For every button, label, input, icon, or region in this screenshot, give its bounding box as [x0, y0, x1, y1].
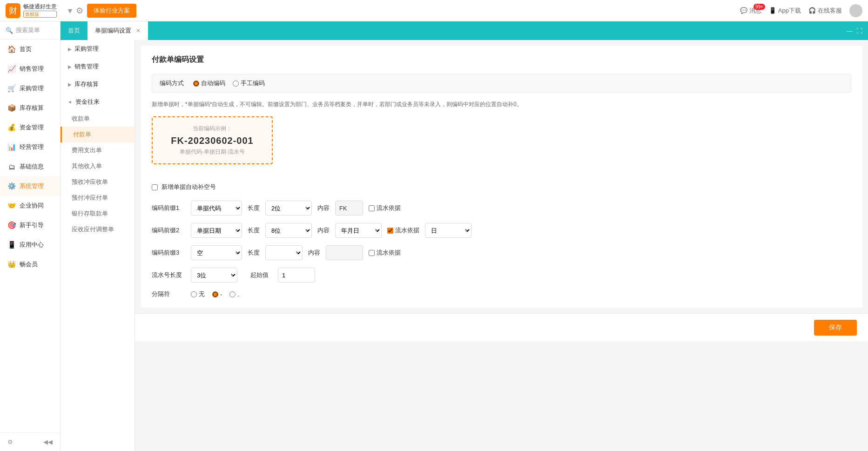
- topbar-nav: ▾ ⚙: [68, 6, 83, 16]
- operation-icon: 📊: [7, 143, 16, 151]
- nav-dropdown[interactable]: ▾: [68, 6, 72, 16]
- separator-options: 无 - .: [191, 290, 239, 298]
- submenu-advance-receipt[interactable]: 预收冲应收单: [61, 174, 135, 190]
- sidebar-item-operation[interactable]: 📊 经营管理: [0, 137, 60, 157]
- serial-length-select[interactable]: 3位 4位 5位: [191, 268, 237, 283]
- app-layout: 🔍 搜索菜单 🏠 首页 📈 销售管理 🛒 采购管理 📦 库存核算 💰: [0, 0, 868, 451]
- manual-code-radio[interactable]: [233, 81, 239, 87]
- manual-code-option[interactable]: 手工编码: [233, 79, 265, 88]
- content1-label: 内容: [317, 204, 330, 212]
- prefix2-label: 编码前缀2: [152, 226, 185, 235]
- sep-none-radio[interactable]: [191, 291, 197, 297]
- message-item[interactable]: 💬 消息 99+: [740, 7, 761, 15]
- logo-icon: 财: [6, 3, 20, 18]
- submenu-expense[interactable]: 费用支出单: [61, 142, 135, 158]
- page-panel: 付款单编码设置 编码方式 自动编码 手工编码: [141, 46, 862, 308]
- content1-value: FK: [335, 201, 363, 215]
- submenu-payment[interactable]: 付款单: [61, 127, 135, 142]
- encoding-method-options: 自动编码 手工编码: [193, 79, 265, 88]
- sidebar-item-basic[interactable]: 🗂 基础信息: [0, 157, 60, 176]
- sidebar-collapse-icon[interactable]: ◀◀: [43, 438, 53, 445]
- sidebar-item-inventory[interactable]: 📦 库存核算: [0, 98, 60, 118]
- prefix1-select[interactable]: 单据代码 单据日期 部门 业务员 空: [191, 201, 242, 215]
- sidebar-item-vip[interactable]: 👑 畅会员: [0, 255, 60, 274]
- system-icon: ⚙️: [7, 182, 16, 190]
- tab-encoding[interactable]: 单据编码设置 ✕: [87, 21, 148, 40]
- start-value-input[interactable]: [278, 268, 315, 283]
- capital-submenu: 收款单 付款单 费用支出单 其他收入单 预收冲应收单 预付冲应付单 银行存取款单…: [61, 111, 135, 237]
- message-icon: 💬: [740, 7, 747, 14]
- content3-label: 内容: [308, 249, 320, 257]
- auto-fill-checkbox[interactable]: [152, 184, 158, 190]
- code-preview-sub: 单据代码-单据日期-流水号: [164, 148, 261, 156]
- sidebar-item-guide[interactable]: 🎯 新手引导: [0, 215, 60, 235]
- sidebar-settings-icon[interactable]: ⚙: [7, 438, 13, 445]
- code-preview: 当前编码示例： FK-20230602-001 单据代码-单据日期-流水号: [152, 116, 273, 164]
- start-value-label: 起始值: [250, 271, 269, 279]
- submenu-bank-deposit[interactable]: 银行存取款单: [61, 206, 135, 222]
- prefix3-select[interactable]: 单据代码 单据日期 部门 业务员 空: [191, 245, 242, 260]
- sep-none-option[interactable]: 无: [191, 290, 205, 298]
- content2-select[interactable]: 年月日 年月 年: [335, 223, 382, 238]
- submenu-purchase[interactable]: ▶ 采购管理: [61, 40, 135, 58]
- sub-menu: ▶ 采购管理 ▶ 销售管理 ▶ 库存核算 ▼ 资金往来 收款单 付款单: [61, 40, 135, 451]
- content-area: 付款单编码设置 编码方式 自动编码 手工编码: [135, 40, 868, 451]
- search-icon: 🔍: [6, 27, 13, 34]
- save-button[interactable]: 保存: [814, 320, 857, 336]
- app-download-item[interactable]: 📱 App下载: [769, 7, 801, 15]
- prefix1-select-wrapper: 单据代码 单据日期 部门 业务员 空: [191, 201, 242, 215]
- code-preview-label: 当前编码示例：: [164, 125, 261, 133]
- sidebar-item-enterprise[interactable]: 🤝 企业协同: [0, 196, 60, 215]
- sep-dot-option[interactable]: .: [229, 291, 239, 298]
- finance-icon: 💰: [7, 123, 16, 132]
- auto-code-radio[interactable]: [193, 81, 199, 87]
- vip-icon: 👑: [7, 260, 16, 269]
- bottom-bar: 保存: [135, 313, 868, 341]
- tab-minimize-icon[interactable]: —: [847, 27, 853, 34]
- sep-dot-radio[interactable]: [229, 291, 236, 297]
- online-service-item[interactable]: 🎧 在线客服: [808, 7, 842, 15]
- prefix1-row: 编码前缀1 单据代码 单据日期 部门 业务员 空 长度: [152, 201, 851, 215]
- prefix2-select[interactable]: 单据代码 单据日期 部门 业务员 空: [191, 223, 242, 238]
- sep-dash-option[interactable]: -: [212, 291, 222, 298]
- length2-select[interactable]: 6位 8位 10位: [265, 223, 312, 238]
- service-icon: 🎧: [808, 7, 816, 14]
- sidebar-item-appstore[interactable]: 📱 应用中心: [0, 235, 60, 255]
- sales-icon: 📈: [7, 65, 16, 73]
- sep-dash-radio[interactable]: [212, 291, 218, 297]
- settings-icon[interactable]: ⚙: [76, 6, 83, 16]
- serial2-checkbox[interactable]: [387, 228, 393, 234]
- tab-maximize-icon[interactable]: ⛶: [856, 27, 862, 34]
- length1-select[interactable]: 2位 4位 6位: [265, 201, 312, 215]
- length3-select[interactable]: [265, 245, 303, 260]
- content2-label: 内容: [317, 226, 330, 235]
- sidebar-item-sales[interactable]: 📈 销售管理: [0, 59, 60, 79]
- serial-length-label: 流水号长度: [152, 271, 185, 279]
- sidebar-item-system[interactable]: ⚙️ 系统管理: [0, 176, 60, 196]
- sidebar-item-home[interactable]: 🏠 首页: [0, 40, 60, 59]
- submenu-inventory[interactable]: ▶ 库存核算: [61, 75, 135, 93]
- serial1-checkbox[interactable]: [369, 205, 375, 211]
- submenu-advance-payment[interactable]: 预付冲应付单: [61, 190, 135, 206]
- tab-close-icon[interactable]: ✕: [136, 27, 141, 34]
- sidebar-item-purchase[interactable]: 🛒 采购管理: [0, 79, 60, 98]
- serial2-unit-select[interactable]: 日 月 年: [425, 223, 471, 238]
- submenu-capital[interactable]: ▼ 资金往来: [61, 93, 135, 111]
- submenu-receivable-adj[interactable]: 应收应付调整单: [61, 222, 135, 237]
- sidebar-item-finance[interactable]: 💰 资金管理: [0, 118, 60, 137]
- submenu-sales[interactable]: ▶ 销售管理: [61, 58, 135, 75]
- enterprise-icon: 🤝: [7, 202, 16, 210]
- submenu-receipt[interactable]: 收款单: [61, 111, 135, 127]
- user-avatar[interactable]: [849, 4, 862, 17]
- serial1-checkbox-item: 流水依据: [369, 204, 401, 212]
- trial-button[interactable]: 体验行业方案: [87, 4, 136, 18]
- serial3-checkbox[interactable]: [369, 250, 375, 256]
- auto-code-option[interactable]: 自动编码: [193, 79, 225, 88]
- prefix3-row: 编码前缀3 单据代码 单据日期 部门 业务员 空 长度: [152, 245, 851, 260]
- sidebar-search[interactable]: 🔍 搜索菜单: [0, 21, 60, 40]
- tab-home[interactable]: 首页: [61, 21, 87, 40]
- submenu-other-income[interactable]: 其他收入单: [61, 158, 135, 174]
- chevron-right-icon: ▶: [68, 47, 72, 52]
- tab-bar: 首页 单据编码设置 ✕ — ⛶: [61, 21, 868, 40]
- code-preview-wrapper: 当前编码示例： FK-20230602-001 单据代码-单据日期-流水号: [152, 116, 851, 174]
